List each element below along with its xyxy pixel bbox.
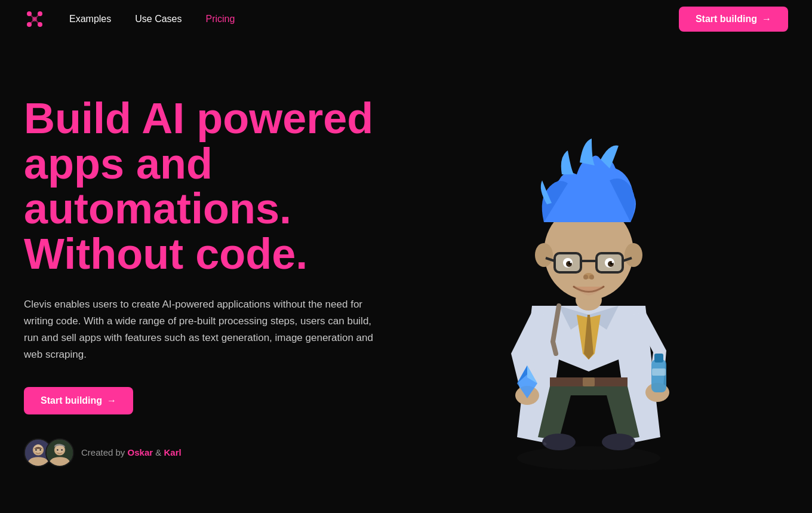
svg-rect-47 xyxy=(654,354,663,363)
nav-start-building-button[interactable]: Start building → xyxy=(679,7,788,32)
hero-description: Clevis enables users to create AI-powere… xyxy=(24,296,382,363)
svg-point-37 xyxy=(612,261,614,263)
navbar: Examples Use Cases Pricing Start buildin… xyxy=(0,0,812,38)
svg-point-10 xyxy=(35,449,37,451)
svg-point-21 xyxy=(535,243,553,267)
creator-oskar-link[interactable]: Oskar xyxy=(128,447,153,457)
svg-point-16 xyxy=(61,449,63,451)
hero-section: Build AI powered apps and automations. W… xyxy=(0,38,812,513)
nav-left: Examples Use Cases Pricing xyxy=(24,8,235,30)
logo-icon xyxy=(24,8,45,30)
svg-rect-48 xyxy=(652,368,666,376)
svg-point-22 xyxy=(625,243,642,267)
avatar-karl xyxy=(45,438,74,467)
nav-use-cases[interactable]: Use Cases xyxy=(135,14,182,24)
nav-pricing[interactable]: Pricing xyxy=(206,14,235,24)
logo[interactable] xyxy=(24,8,45,30)
svg-point-39 xyxy=(583,275,588,279)
nav-examples[interactable]: Examples xyxy=(69,14,111,24)
hero-title: Build AI powered apps and automations. W… xyxy=(24,96,418,277)
creator-text: Created by Oskar & Karl xyxy=(81,447,182,457)
svg-rect-18 xyxy=(583,377,595,386)
svg-point-17 xyxy=(517,446,660,470)
hero-start-building-button[interactable]: Start building → xyxy=(24,387,133,414)
svg-point-36 xyxy=(570,261,572,263)
svg-point-9 xyxy=(34,444,43,453)
svg-point-49 xyxy=(542,434,576,450)
creators-section: Created by Oskar & Karl xyxy=(24,438,418,467)
creator-karl-link[interactable]: Karl xyxy=(164,447,181,457)
svg-point-40 xyxy=(589,275,594,279)
svg-point-11 xyxy=(39,449,41,451)
svg-point-50 xyxy=(602,434,635,450)
svg-point-15 xyxy=(57,449,59,451)
hero-image-area xyxy=(365,38,812,513)
character-illustration xyxy=(439,103,738,461)
hero-content: Build AI powered apps and automations. W… xyxy=(24,96,418,467)
svg-rect-46 xyxy=(651,360,666,392)
creator-avatars xyxy=(24,438,74,467)
